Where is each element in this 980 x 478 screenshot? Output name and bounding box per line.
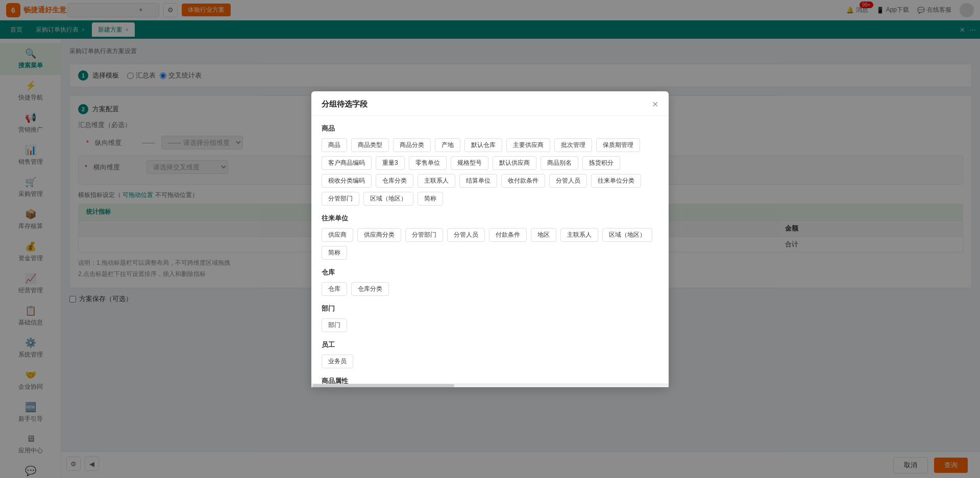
field-tag-1-2[interactable]: 分管部门 <box>405 228 443 242</box>
field-section-1: 往来单位供应商供应商分类分管部门分管人员付款条件地区主联系人区域（地区）简称 <box>322 214 658 260</box>
field-tag-0-16[interactable]: 仓库分类 <box>376 174 413 188</box>
field-tag-0-17[interactable]: 主联系人 <box>418 174 455 188</box>
modal-title: 分组待选字段 <box>322 99 368 109</box>
field-section-4: 员工业务员 <box>322 340 658 368</box>
modal-overlay: 分组待选字段 ✕ 商品商品商品类型商品分类产地默认仓库主要供应商批次管理保质期管… <box>0 0 980 478</box>
field-tag-0-5[interactable]: 主要供应商 <box>506 138 550 152</box>
field-section-title-3: 部门 <box>322 304 658 313</box>
modal-scrollbar-thumb[interactable] <box>312 384 454 387</box>
field-tag-0-10[interactable]: 零售单位 <box>409 156 447 170</box>
modal-horizontal-scrollbar[interactable] <box>311 384 669 387</box>
field-tag-3-0[interactable]: 部门 <box>322 318 347 332</box>
field-section-3: 部门部门 <box>322 304 658 332</box>
field-tag-0-3[interactable]: 产地 <box>435 138 460 152</box>
field-tag-0-11[interactable]: 规格型号 <box>451 156 488 170</box>
modal-close-button[interactable]: ✕ <box>652 99 658 109</box>
field-tag-0-6[interactable]: 批次管理 <box>554 138 592 152</box>
field-tag-1-4[interactable]: 付款条件 <box>489 228 527 242</box>
field-tags-1: 供应商供应商分类分管部门分管人员付款条件地区主联系人区域（地区）简称 <box>322 228 658 260</box>
field-tag-2-1[interactable]: 仓库分类 <box>351 282 389 296</box>
modal-header: 分组待选字段 ✕ <box>311 91 669 116</box>
field-tag-0-20[interactable]: 分管人员 <box>549 174 587 188</box>
field-section-0: 商品商品商品类型商品分类产地默认仓库主要供应商批次管理保质期管理客户商品编码重量… <box>322 124 658 206</box>
field-tag-1-8[interactable]: 简称 <box>322 246 347 260</box>
field-tags-0: 商品商品类型商品分类产地默认仓库主要供应商批次管理保质期管理客户商品编码重量3零… <box>322 138 658 206</box>
field-tags-2: 仓库仓库分类 <box>322 282 658 296</box>
field-tag-0-0[interactable]: 商品 <box>322 138 347 152</box>
field-section-title-0: 商品 <box>322 124 658 133</box>
field-tag-0-13[interactable]: 商品别名 <box>541 156 578 170</box>
field-tag-0-2[interactable]: 商品分类 <box>393 138 431 152</box>
field-tag-1-3[interactable]: 分管人员 <box>447 228 485 242</box>
field-tag-0-14[interactable]: 拣货积分 <box>582 156 620 170</box>
field-tag-0-19[interactable]: 收付款条件 <box>501 174 545 188</box>
field-tag-0-12[interactable]: 默认供应商 <box>493 156 536 170</box>
field-section-title-2: 仓库 <box>322 268 658 277</box>
field-tag-1-5[interactable]: 地区 <box>531 228 556 242</box>
field-tag-2-0[interactable]: 仓库 <box>322 282 347 296</box>
modal: 分组待选字段 ✕ 商品商品商品类型商品分类产地默认仓库主要供应商批次管理保质期管… <box>311 91 669 387</box>
field-tag-1-6[interactable]: 主联系人 <box>560 228 598 242</box>
field-tag-1-1[interactable]: 供应商分类 <box>357 228 401 242</box>
field-tag-0-1[interactable]: 商品类型 <box>351 138 389 152</box>
field-tag-0-18[interactable]: 结算单位 <box>459 174 497 188</box>
field-section-5: 商品属性属性颜色多规格尺码鞋码1 <box>322 376 658 384</box>
field-tag-0-8[interactable]: 客户商品编码 <box>322 156 372 170</box>
field-tag-0-23[interactable]: 区域（地区） <box>363 192 413 206</box>
field-tag-0-7[interactable]: 保质期管理 <box>596 138 640 152</box>
field-tag-0-4[interactable]: 默认仓库 <box>464 138 502 152</box>
field-section-title-4: 员工 <box>322 340 658 349</box>
field-tag-4-0[interactable]: 业务员 <box>322 355 353 368</box>
field-tag-1-7[interactable]: 区域（地区） <box>602 228 652 242</box>
modal-body: 商品商品商品类型商品分类产地默认仓库主要供应商批次管理保质期管理客户商品编码重量… <box>311 116 669 384</box>
field-tag-0-15[interactable]: 税收分类编码 <box>322 174 372 188</box>
field-tags-3: 部门 <box>322 318 658 332</box>
field-tag-1-0[interactable]: 供应商 <box>322 228 353 242</box>
field-section-title-5: 商品属性 <box>322 376 658 384</box>
field-tag-0-9[interactable]: 重量3 <box>376 156 405 170</box>
field-tag-0-24[interactable]: 简称 <box>418 192 443 206</box>
field-tag-0-22[interactable]: 分管部门 <box>322 192 359 206</box>
field-section-title-1: 往来单位 <box>322 214 658 223</box>
field-tags-4: 业务员 <box>322 355 658 368</box>
field-section-2: 仓库仓库仓库分类 <box>322 268 658 296</box>
field-tag-0-21[interactable]: 往来单位分类 <box>591 174 641 188</box>
